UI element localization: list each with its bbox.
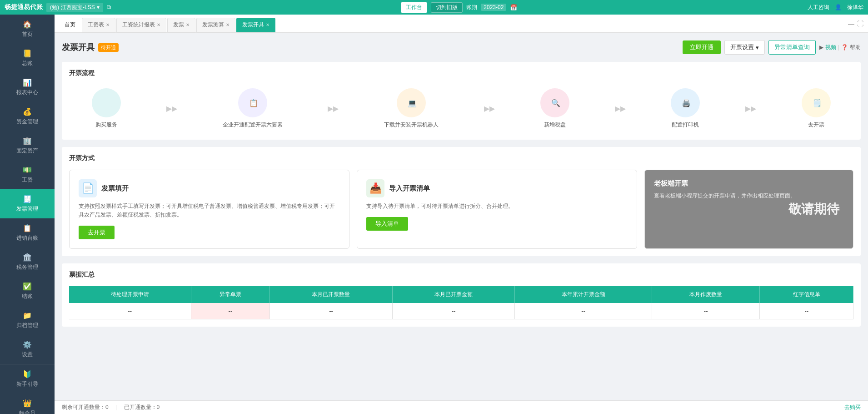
tab-invoice-close[interactable]: ✕ [186, 22, 190, 27]
step-label-4: 新增税盘 [544, 121, 566, 129]
sidebar-bottom: 🔰 新手引导 👑 畅会员 📌 取消固定 [0, 364, 55, 414]
invoice-icon: 🧾 [23, 195, 32, 203]
step-label-3: 下载并安装开票机器人 [384, 121, 439, 129]
open-now-button[interactable]: 立即开通 [683, 40, 721, 54]
method-title-import: 导入开票清单 [389, 184, 430, 193]
sidebar-item-closing[interactable]: ✅ 结账 [0, 277, 55, 306]
sidebar-item-purchase-sales[interactable]: 📋 进销台账 [0, 218, 55, 247]
tab-payroll-label: 工资表 [88, 21, 104, 29]
top-bar-center: 工作台 切到旧版 账期 2023-02 📅 [401, 2, 517, 13]
process-step-4[interactable]: 🔍 新增税盘 [540, 88, 569, 129]
tab-payroll-report[interactable]: 工资统计报表 ✕ [116, 18, 166, 32]
sidebar-item-guide[interactable]: 🔰 新手引导 [0, 364, 55, 394]
sidebar-label-archive: 归档管理 [16, 322, 38, 329]
help-label[interactable]: 帮助 [850, 44, 861, 51]
status-badge: 待开通 [98, 43, 119, 52]
tab-home[interactable]: 首页 [59, 18, 81, 32]
methods-section: 开票方式 📄 发票填开 支持按照发票样式手工填写开发票；可开具增值税电子普通发票… [62, 147, 861, 256]
method-btn-manual[interactable]: 去开票 [79, 226, 115, 239]
summary-row: -- -- -- -- -- -- -- [69, 303, 853, 319]
process-step-3[interactable]: 💻 下载并安装开票机器人 [384, 88, 439, 129]
membership-icon: 👑 [23, 399, 32, 408]
tab-payroll-close[interactable]: ✕ [106, 22, 110, 27]
method-title-old: 老板端开票 [654, 179, 844, 188]
support-label[interactable]: 人工咨询 [808, 4, 829, 11]
val-year-amount: -- [515, 303, 652, 319]
svg-text:💻: 💻 [408, 99, 417, 107]
minimize-icon[interactable]: — [848, 20, 854, 27]
page-actions: 立即开通 开票设置 ▾ 异常清单查询 ▶ 视频 | ❓ 帮助 [683, 40, 861, 55]
main-layout: 🏠 首页 📒 总账 📊 报表中心 💰 资金管理 🏢 固定资产 💵 工资 🧾 发票… [0, 15, 868, 414]
method-btn-import[interactable]: 导入清单 [366, 217, 408, 231]
sidebar-item-settings[interactable]: ⚙️ 设置 [0, 335, 55, 364]
sidebar-label-assets: 固定资产 [16, 147, 38, 155]
step-arrow-2: ▶▶ [328, 104, 339, 113]
sidebar-item-payroll[interactable]: 💵 工资 [0, 160, 55, 189]
closing-icon: ✅ [23, 282, 32, 291]
ledger-icon: 📒 [23, 49, 32, 58]
sidebar-item-funds[interactable]: 💰 资金管理 [0, 102, 55, 131]
step-arrow-3: ▶▶ [484, 104, 495, 113]
process-step-6[interactable]: 🗒️ 去开票 [802, 88, 831, 129]
copy-icon[interactable]: ⧉ [107, 4, 111, 11]
guide-icon: 🔰 [23, 370, 32, 379]
col-red-info: 红字信息单 [760, 286, 853, 303]
step-label-1: 购买服务 [95, 121, 117, 129]
page-title: 发票开具 [62, 42, 95, 53]
calendar-icon[interactable]: 📅 [510, 4, 517, 11]
sidebar-item-reports[interactable]: 📊 报表中心 [0, 73, 55, 102]
tab-invoice[interactable]: 发票 ✕ [167, 18, 195, 32]
company-selector[interactable]: (勉) 江西服宝-LSS ▾ [46, 3, 103, 12]
sidebar-label-payroll: 工资 [22, 176, 33, 184]
step-arrow-4: ▶▶ [615, 104, 626, 113]
help-icon: ❓ [841, 44, 848, 50]
sidebar-item-general-ledger[interactable]: 📒 总账 [0, 44, 55, 73]
tab-payroll[interactable]: 工资表 ✕ [82, 18, 115, 32]
method-icon-manual: 📄 [79, 179, 97, 197]
open-settings-button[interactable]: 开票设置 ▾ [724, 40, 765, 55]
tab-invoice-calc-close[interactable]: ✕ [226, 22, 229, 27]
svg-text:🗒️: 🗒️ [813, 99, 822, 107]
abnormal-query-button[interactable]: 异常清单查询 [768, 40, 816, 55]
tab-payroll-report-label: 工资统计报表 [122, 21, 155, 29]
summary-section: 票据汇总 待处理开票申请 异常单票 本月已开票数量 本月已开票金额 本年累计开票… [62, 263, 861, 327]
step-icon-printer: 🖨️ [671, 88, 700, 117]
process-step-5[interactable]: 🖨️ 配置打印机 [671, 88, 700, 129]
page-header: 发票开具 待开通 立即开通 开票设置 ▾ 异常清单查询 ▶ 视频 | ❓ [62, 40, 861, 55]
sidebar-label-closing: 结账 [22, 293, 33, 300]
remaining-label: 剩余可开通数量：0 [62, 404, 109, 410]
company-prefix: (勉) [50, 4, 59, 11]
top-bar-left: 畅捷通易代账 (勉) 江西服宝-LSS ▾ ⧉ [5, 3, 111, 12]
val-red-info: -- [760, 303, 853, 319]
sidebar-item-membership[interactable]: 👑 畅会员 [0, 394, 55, 414]
buy-link[interactable]: 去购买 [844, 404, 861, 411]
sidebar-label-funds: 资金管理 [16, 118, 38, 126]
tab-invoice-calc[interactable]: 发票测算 ✕ [196, 18, 235, 32]
sidebar-item-tax[interactable]: 🏛️ 税务管理 [0, 247, 55, 277]
method-desc-import: 支持导入待开票清单，可对待开票清单进行拆分、合并处理。 [366, 202, 628, 211]
tab-payroll-report-close[interactable]: ✕ [157, 22, 160, 27]
funds-icon: 💰 [23, 107, 32, 116]
page-action-right: ▶ 视频 | ❓ 帮助 [819, 44, 861, 51]
sidebar-item-invoice[interactable]: 🧾 发票管理 [0, 189, 55, 218]
col-void-qty: 本月作废数量 [652, 286, 760, 303]
col-abnormal: 异常单票 [191, 286, 269, 303]
process-step-2[interactable]: 📋 企业开通配置开票六要素 [223, 88, 283, 129]
step-icon-configure: 📋 [238, 88, 267, 117]
step-icon-tax-disk: 🔍 [540, 88, 569, 117]
summary-table: 待处理开票申请 异常单票 本月已开票数量 本月已开票金额 本年累计开票金额 本月… [69, 286, 853, 319]
maximize-icon[interactable]: ⛶ [857, 20, 863, 27]
tab-invoice-issue-close[interactable]: ✕ [266, 22, 269, 27]
user-avatar: 👤 [835, 4, 842, 10]
sidebar-item-home[interactable]: 🏠 首页 [0, 15, 55, 44]
app-logo: 畅捷通易代账 [5, 3, 43, 11]
switch-old-button[interactable]: 切到旧版 [431, 2, 463, 13]
workspace-button[interactable]: 工作台 [401, 2, 427, 13]
tab-invoice-issue[interactable]: 发票开具 ✕ [236, 18, 275, 32]
sidebar-item-archive[interactable]: 📁 归档管理 [0, 306, 55, 335]
methods-section-title: 开票方式 [69, 154, 853, 162]
video-label[interactable]: 视频 [825, 44, 836, 51]
svg-point-0 [100, 96, 113, 109]
process-step-1[interactable]: 🛒 购买服务 [92, 88, 121, 129]
sidebar-item-fixed-assets[interactable]: 🏢 固定资产 [0, 131, 55, 160]
